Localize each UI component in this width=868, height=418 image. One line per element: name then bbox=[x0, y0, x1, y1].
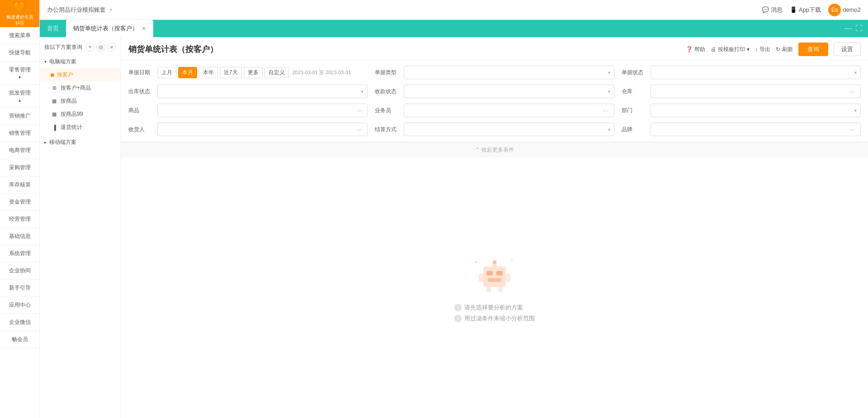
refresh-button[interactable]: ↻ 刷新 bbox=[776, 46, 793, 53]
maximize-icon[interactable]: ⛶ bbox=[855, 24, 863, 33]
help-button[interactable]: ❓ 帮助 bbox=[686, 46, 705, 53]
product-select[interactable]: ··· bbox=[157, 104, 368, 117]
filter-row-3: 商品 ··· 业务员 ··· 部门 bbox=[128, 104, 861, 117]
date-btn-last-month[interactable]: 上月 bbox=[157, 67, 176, 78]
filter-section-mobile-header[interactable]: ▸ 移动端方案 bbox=[40, 136, 121, 149]
app-logo: 🧡 畅捷通好生意 标版 bbox=[0, 0, 40, 27]
filter-item-return-stats[interactable]: ▐ 退货统计 bbox=[40, 121, 121, 134]
svg-rect-1 bbox=[486, 271, 493, 276]
print-button[interactable]: 🖨 按模板打印 ▾ bbox=[711, 46, 750, 53]
minimize-icon[interactable]: — bbox=[844, 24, 852, 33]
filter-row-4: 收货人 ··· 结算方式 ▾ 品牌 bbox=[128, 123, 861, 136]
order-type-label: 单据类型 bbox=[375, 69, 400, 76]
settlement-select[interactable]: ▾ bbox=[404, 123, 614, 136]
payment-status-field: 收款状态 ▾ bbox=[375, 85, 614, 98]
page-title: 销货单统计表（按客户） bbox=[128, 44, 218, 55]
order-type-select[interactable]: ▾ bbox=[404, 66, 614, 79]
chevron-down-icon: ▾ bbox=[361, 89, 363, 94]
sidebar-item-base-info[interactable]: 基础信息 bbox=[0, 228, 39, 245]
payment-status-label: 收款状态 bbox=[375, 88, 400, 95]
svg-rect-3 bbox=[488, 278, 501, 282]
filter-section-desktop-header[interactable]: ▾ 电脑端方案 bbox=[40, 55, 121, 68]
filter-sidebar-title: 按以下方案查询 bbox=[44, 43, 82, 51]
grid-icon: ⊞ bbox=[51, 85, 58, 92]
filter-row-2: 出库状态 ▾ 收款状态 ▾ 仓库 bbox=[128, 85, 861, 98]
filter-item-by-customer-product[interactable]: ⊞ 按客户+商品 bbox=[40, 81, 121, 95]
bar-chart-icon: ▐ bbox=[51, 124, 58, 131]
sidebar-item-search[interactable]: 搜索菜单 bbox=[0, 27, 39, 44]
filter-item-by-product-99[interactable]: ▦ 按商品99 bbox=[40, 108, 121, 121]
add-scheme-button[interactable]: + bbox=[85, 43, 94, 52]
sidebar-item-retail[interactable]: 零售管理 ▾ bbox=[0, 62, 39, 85]
receiver-field: 收货人 ··· bbox=[128, 123, 368, 136]
sidebar-item-sales-mgmt[interactable]: 销售管理 bbox=[0, 125, 39, 142]
date-btn-this-year[interactable]: 本年 bbox=[199, 67, 218, 78]
tab-report[interactable]: 销货单统计表（按客户） ✕ bbox=[66, 20, 153, 37]
date-btn-custom[interactable]: 自定义 bbox=[264, 67, 289, 78]
sidebar-item-inventory[interactable]: 库存核算 bbox=[0, 176, 39, 194]
empty-tip-1: 1 请先选择要分析的方案 bbox=[454, 304, 535, 312]
settings-button[interactable]: 设置 bbox=[834, 43, 861, 56]
date-btn-this-month[interactable]: 本月 bbox=[178, 67, 197, 78]
filter-form: 单据日期 上月 本月 本年 近7天 更多 自定义 2023-03-01 至 20… bbox=[121, 60, 868, 142]
export-button[interactable]: ↓ 导出 bbox=[755, 46, 770, 53]
filter-item-by-product-label: 按商品 bbox=[61, 97, 77, 105]
sidebar-item-app-center[interactable]: 应用中心 bbox=[0, 297, 39, 314]
svg-point-5 bbox=[493, 260, 496, 264]
sidebar-item-quick-nav[interactable]: 快捷导航 bbox=[0, 44, 39, 62]
app-download-button[interactable]: 📱 App下载 bbox=[790, 6, 821, 14]
filter-section-desktop-label: 电脑端方案 bbox=[49, 58, 76, 66]
dots-icon: ··· bbox=[601, 107, 610, 114]
user-profile-button[interactable]: Ea demo2 bbox=[828, 4, 861, 16]
date-btn-7days[interactable]: 近7天 bbox=[220, 67, 242, 78]
salesman-select[interactable]: ··· bbox=[404, 104, 614, 117]
message-label: 消息 bbox=[771, 6, 783, 14]
date-range-bar: 上月 本月 本年 近7天 更多 自定义 2023-03-01 至 2023-03… bbox=[157, 67, 368, 78]
breadcrumb: 办公用品行业模拟账套 ▾ bbox=[47, 6, 113, 14]
tab-report-label: 销货单统计表（按客户） bbox=[73, 24, 138, 33]
tab-bar-actions: — ⛶ bbox=[844, 24, 868, 33]
department-select[interactable]: ▾ bbox=[651, 104, 861, 117]
edit-scheme-button[interactable]: ◎ bbox=[96, 43, 105, 52]
delivery-status-select[interactable]: ▾ bbox=[157, 85, 368, 98]
sidebar-item-purchase[interactable]: 采购管理 bbox=[0, 159, 39, 176]
app-subtitle: 标版 bbox=[15, 20, 24, 26]
collapse-up-icon: ⌃ bbox=[475, 147, 481, 153]
tab-home[interactable]: 首页 bbox=[40, 20, 66, 37]
collapse-button[interactable]: ⌃ 收起更多条件 bbox=[121, 142, 868, 157]
message-button[interactable]: 💬 消息 bbox=[762, 6, 783, 14]
sidebar-item-system[interactable]: 系统管理 bbox=[0, 245, 39, 262]
order-status-select[interactable]: ▾ bbox=[651, 66, 861, 79]
user-name: demo2 bbox=[843, 6, 861, 13]
sidebar-item-cooperation[interactable]: 企业协同 bbox=[0, 262, 39, 280]
sidebar-item-operations[interactable]: 经营管理 bbox=[0, 211, 39, 228]
empty-tip-2-text: 用过滤条件来缩小分析范围 bbox=[464, 314, 535, 323]
sidebar-item-marketing[interactable]: 营销推广 bbox=[0, 108, 39, 125]
tab-close-icon[interactable]: ✕ bbox=[142, 25, 146, 32]
app-download-label: App下载 bbox=[799, 6, 821, 14]
svg-rect-6 bbox=[479, 273, 483, 282]
payment-status-select[interactable]: ▾ bbox=[404, 85, 614, 98]
filter-item-by-product[interactable]: ▦ 按商品 bbox=[40, 95, 121, 108]
dots-icon: ··· bbox=[848, 88, 857, 95]
brand-select[interactable]: ··· bbox=[651, 123, 861, 136]
sidebar-item-wholesale[interactable]: 批发管理 ▴ bbox=[0, 85, 39, 108]
sidebar-item-onboarding[interactable]: 新手引导 bbox=[0, 280, 39, 297]
sidebar-item-wechat[interactable]: 企业微信 bbox=[0, 314, 39, 331]
order-status-field: 单据状态 ▾ bbox=[622, 66, 861, 79]
sidebar-item-vip[interactable]: 畅会员 bbox=[0, 331, 39, 348]
department-field: 部门 ▾ bbox=[622, 104, 861, 117]
sidebar-item-ecommerce[interactable]: 电商管理 bbox=[0, 142, 39, 159]
page-actions: ❓ 帮助 🖨 按模板打印 ▾ ↓ 导出 ↻ bbox=[686, 46, 793, 53]
salesman-field: 业务员 ··· bbox=[375, 104, 614, 117]
receiver-select[interactable]: ··· bbox=[157, 123, 368, 136]
warehouse-select[interactable]: ··· bbox=[651, 85, 861, 98]
page-content: 按以下方案查询 + ◎ « ▾ 电脑端方案 按客户 ⊞ 按客户 bbox=[40, 37, 868, 418]
filter-item-by-customer[interactable]: 按客户 bbox=[40, 68, 121, 81]
collapse-sidebar-button[interactable]: « bbox=[107, 43, 116, 52]
query-button[interactable]: 查询 bbox=[798, 43, 828, 56]
date-btn-more[interactable]: 更多 bbox=[244, 67, 263, 78]
sidebar-item-finance[interactable]: 资金管理 bbox=[0, 194, 39, 211]
dots-icon: ··· bbox=[355, 107, 364, 114]
refresh-label: 刷新 bbox=[782, 46, 793, 53]
